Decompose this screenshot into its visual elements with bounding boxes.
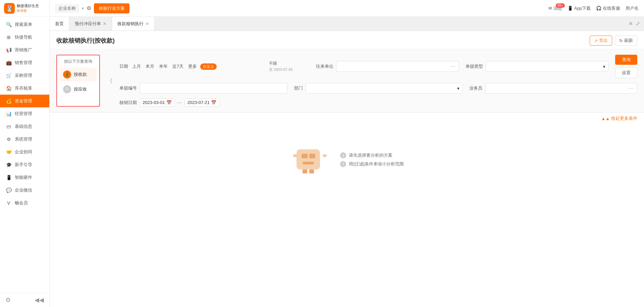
date-label: 日期 [119, 63, 128, 69]
app-download-button[interactable]: 📱 App下载 [568, 5, 591, 11]
query-button[interactable]: 查询 [615, 55, 637, 65]
filter-main: 日期 上月 本月 本年 近7天 更多 自定义 不限 至 2023-07-26 [119, 55, 637, 107]
empty-text: 1 请先选择要分析的方案 2 用[过滤]条件来缩小分析范围 [340, 152, 404, 170]
date-tab-thismonth[interactable]: 本月 [144, 63, 156, 70]
purchase-icon: 🛒 [5, 73, 12, 78]
tab-prepay-close-icon[interactable]: ✕ [103, 21, 106, 26]
filter-option-by-receipt[interactable]: 💲 按收款 [60, 68, 97, 81]
filter-row-3: 核销日期 2023-03-01 📅 — 2023-07-21 📅 [119, 98, 637, 107]
quicknav-icon: ⊞ [5, 35, 12, 40]
topbar-gear-icon[interactable]: ⚙ [87, 5, 91, 11]
service-button[interactable]: 🎧 在线客服 [596, 5, 620, 11]
sidebar-item-wechat[interactable]: 💬 企业微信 [0, 184, 49, 197]
svg-rect-0 [297, 149, 320, 169]
page-title: 收款核销执行(按收款) [56, 37, 115, 45]
tab-collection-close-icon[interactable]: ✕ [146, 21, 149, 26]
sidebar-item-search[interactable]: 🔍 搜索菜单 [0, 18, 49, 31]
counterpart-group: 往来单位 ··· [316, 61, 459, 72]
filter-row-1: 日期 上月 本月 本年 近7天 更多 自定义 不限 至 2023-07-26 [119, 55, 637, 78]
message-button[interactable]: ✉ 消息 99+ [548, 5, 562, 11]
logo-sub: 标准版 [17, 8, 39, 13]
collapse-sidebar-icon[interactable]: ◀◀ [35, 296, 44, 304]
empty-state-content: 1 请先选择要分析的方案 2 用[过滤]条件来缩小分析范围 [290, 144, 404, 178]
brand-chevron-icon[interactable]: ▾ [82, 6, 84, 11]
docno-input[interactable] [140, 83, 287, 94]
system-icon: ⚙ [5, 137, 12, 142]
sidebar-item-quicknav[interactable]: ⊞ 快捷导航 [0, 31, 49, 44]
sidebar-item-basic[interactable]: 🗃 基础信息 [0, 120, 49, 133]
sidebar-item-collab[interactable]: 🤝 企业协同 [0, 146, 49, 158]
tab-collection[interactable]: 收款核销执行 ✕ [112, 17, 155, 31]
settings-gear-icon[interactable]: ⚙ [5, 296, 11, 304]
dept-select[interactable]: ▾ [306, 83, 462, 94]
sidebar-item-marketing[interactable]: 📢 营销推广 [0, 44, 49, 56]
sidebar-item-label: 畅会员 [15, 200, 28, 206]
filter-sidebar: 按以下方案查询 💲 按收款 ⏱ 按应收 [56, 55, 100, 107]
empty-state: 1 请先选择要分析的方案 2 用[过滤]条件来缩小分析范围 [50, 124, 644, 198]
dept-group: 部门 ▾ [294, 83, 462, 94]
sidebar-item-finance[interactable]: 💰 资金管理 [0, 95, 49, 107]
sidebar-item-sales[interactable]: 💼 销售管理 [0, 56, 49, 69]
verify-date-end-picker[interactable]: 2023-07-21 📅 [184, 98, 220, 107]
svg-rect-2 [309, 154, 315, 158]
receivable-option-icon: ⏱ [63, 85, 71, 93]
date-tab-thisyear[interactable]: 本年 [158, 63, 169, 70]
topbar: 企业名称 ▾ ⚙ 体验行业方案 ✉ 消息 99+ 📱 App下载 🎧 在线客服 … [50, 0, 644, 17]
sidebar-item-hardware[interactable]: 📱 智能硬件 [0, 171, 49, 184]
salesman-input[interactable] [488, 86, 629, 91]
sidebar-item-guide[interactable]: 🎓 新手引导 [0, 158, 49, 171]
sidebar-footer: ⚙ ◀◀ [0, 293, 49, 307]
solution-button[interactable]: 体验行业方案 [94, 3, 129, 13]
verify-date-start-value: 2023-03-01 [143, 100, 165, 105]
logo-icon: 🐰 [4, 3, 15, 14]
salesman-dots-icon[interactable]: ··· [629, 85, 634, 91]
message-badge: 99+ [556, 3, 565, 8]
brand-selector[interactable]: 企业名称 [55, 4, 79, 13]
tab-home[interactable]: 首页 [50, 17, 69, 31]
sidebar-item-label: 采购管理 [15, 72, 32, 79]
filter-collapse-button[interactable]: 《 [105, 55, 114, 107]
operation-icon: 📊 [5, 111, 12, 116]
date-tab-more[interactable]: 更多 [187, 63, 198, 70]
refresh-button[interactable]: ↻ 刷新 [615, 36, 637, 46]
salesman-group: 业务员 ··· [469, 83, 637, 94]
doctype-label: 单据类型 [466, 63, 483, 69]
close-tab-icon[interactable]: ✕ [629, 20, 633, 27]
filter-option-by-receivable[interactable]: ⏱ 按应收 [60, 83, 97, 96]
filter-sidebar-title: 按以下方案查询 [60, 59, 97, 64]
counterpart-input[interactable] [339, 64, 450, 69]
date-tab-7days[interactable]: 近7天 [171, 63, 185, 70]
svg-rect-1 [302, 154, 308, 158]
tab-prepay[interactable]: 预付冲应付单 ✕ [69, 17, 112, 31]
user-button[interactable]: 用户名 [626, 5, 639, 11]
counterpart-dots-icon[interactable]: ··· [450, 63, 456, 69]
maximize-icon[interactable]: ⤢ [636, 20, 640, 27]
mobile-icon: 📱 [568, 6, 573, 11]
empty-robot-svg [290, 144, 330, 178]
verify-date-start-picker[interactable]: 2023-03-01 📅 [140, 98, 175, 107]
service-icon: 🎧 [596, 6, 601, 11]
sidebar-item-member[interactable]: V 畅会员 [0, 197, 49, 209]
date-tab-lastmonth[interactable]: 上月 [131, 63, 142, 70]
inventory-icon: 🏠 [5, 86, 12, 91]
verify-date-end-calendar-icon: 📅 [211, 100, 216, 105]
sidebar-item-label: 资金管理 [15, 98, 32, 104]
verify-date-start-calendar-icon: 📅 [166, 100, 172, 105]
member-icon: V [5, 200, 12, 206]
collapse-more-button[interactable]: ▲▲ 收起更多条件 [50, 112, 644, 124]
verify-date-group: 核销日期 2023-03-01 📅 — 2023-07-21 📅 [119, 98, 637, 107]
date-nolimit: 不限 [269, 61, 309, 66]
doctype-select[interactable]: ▾ [486, 61, 608, 72]
sidebar-item-inventory[interactable]: 🏠 库存核算 [0, 82, 49, 95]
sidebar-nav: 🔍 搜索菜单 ⊞ 快捷导航 📢 营销推广 💼 销售管理 🛒 采购管理 🏠 库存核… [0, 17, 49, 293]
svg-rect-3 [303, 162, 314, 164]
export-icon: ↗ [594, 38, 598, 43]
sidebar-item-operation[interactable]: 📊 经营管理 [0, 107, 49, 120]
sidebar-item-purchase[interactable]: 🛒 采购管理 [0, 69, 49, 82]
settings-button[interactable]: 设置 [615, 67, 637, 78]
date-custom-tag[interactable]: 自定义 [200, 63, 217, 70]
export-button[interactable]: ↗ 导出 [590, 36, 612, 46]
sidebar-item-system[interactable]: ⚙ 系统管理 [0, 133, 49, 146]
tabbar-actions: ✕ ⤢ [625, 17, 644, 31]
tab-collection-label: 收款核销执行 [117, 21, 144, 27]
